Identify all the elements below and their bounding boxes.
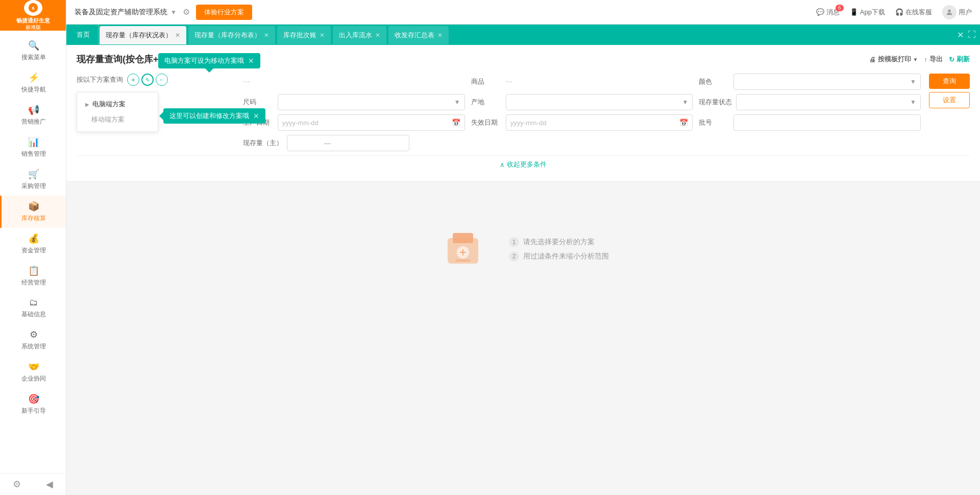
sidebar-item-marketing[interactable]: 📢 营销推广 (0, 99, 66, 131)
sidebar-item-operation[interactable]: 📋 经营管理 (0, 260, 66, 292)
sidebar-item-asset[interactable]: 💰 资金管理 (0, 228, 66, 260)
tab-close-1[interactable]: ✕ (264, 32, 269, 39)
sidebar-item-base[interactable]: 🗂 基础信息 (0, 292, 66, 324)
stock-main-field-row: 现存量（主） — (243, 135, 409, 151)
trial-btn[interactable]: 体验行业方案 (196, 5, 252, 20)
sidebar-label-quick: 快捷导航 (21, 85, 46, 94)
mfg-date-calendar-icon: 📅 (452, 119, 460, 127)
collapse-sidebar-btn[interactable]: ◀ (46, 479, 53, 490)
edit-plan-btn[interactable]: ✎ (141, 74, 154, 86)
query-section: 现存量查询(按仓库+商品) 🖨 按模板打印 ▼ ↑ 导出 ↻ 刷新 (66, 45, 980, 182)
sidebar-item-sales[interactable]: 📊 销售管理 (0, 131, 66, 163)
mfg-date-field-row: 生产日期 yyyy-mm-dd 📅 (243, 114, 465, 131)
exp-date-label: 失效日期 (471, 118, 502, 127)
logo-icon: 6 (24, 0, 42, 16)
sidebar-nav: 🔍 搜索菜单 ⚡ 快捷导航 📢 营销推广 📊 销售管理 🛒 采购管理 📦 库存核… (0, 31, 66, 473)
origin-label: 产地 (471, 98, 502, 107)
page-content: 现存量查询(按仓库+商品) 🖨 按模板打印 ▼ ↑ 导出 ↻ 刷新 (66, 45, 980, 495)
message-badge: 6 (836, 5, 844, 11)
size-select[interactable]: ▼ (278, 94, 465, 110)
sidebar-label-system: 系统管理 (21, 342, 46, 351)
inventory-icon: 📦 (28, 201, 39, 212)
sidebar-logo: 6 畅捷通好生意 标准版 (0, 0, 66, 31)
online-service-btn[interactable]: 🎧 在线客服 (895, 8, 932, 17)
export-icon: ↑ (924, 56, 928, 63)
plan-label: 按以下方案查询 (77, 75, 123, 84)
system-icon: ⚙ (30, 329, 38, 340)
mfg-date-placeholder: yyyy-mm-dd (282, 119, 318, 127)
exp-date-input[interactable]: yyyy-mm-dd 📅 (506, 114, 693, 131)
size-label: 尺码 (243, 98, 274, 107)
refresh-btn[interactable]: ↻ 刷新 (949, 55, 970, 64)
base-icon: 🗂 (29, 297, 38, 308)
settings-bottom-btn[interactable]: ⚙ (13, 479, 21, 490)
exp-date-placeholder: yyyy-mm-dd (510, 119, 547, 127)
sidebar-item-enterprise[interactable]: 🤝 企业协同 (0, 356, 66, 388)
goods-label: 商品 (471, 77, 502, 86)
tab-close-4[interactable]: ✕ (437, 32, 443, 39)
stock-status-select-arrow: ▼ (910, 99, 916, 106)
tab-item-batch[interactable]: 库存批次账 ✕ (277, 26, 331, 44)
sidebar-label-marketing: 营销推广 (21, 117, 46, 126)
empty-step-1: 1 请先选择要分析的方案 (509, 237, 609, 247)
close-all-tabs-btn[interactable]: ✕ (957, 30, 964, 40)
setting-button[interactable]: 设置 (929, 92, 970, 108)
search-button[interactable]: 查询 (929, 74, 970, 89)
quick-icon: ⚡ (28, 72, 39, 83)
stock-status-select[interactable]: ▼ (736, 94, 921, 110)
user-profile-btn[interactable]: 用户 (942, 5, 972, 19)
edit-tooltip-close[interactable]: ✕ (253, 112, 259, 120)
plan-tree: ▶ 电脑端方案 移动端方案 (77, 92, 158, 132)
tab-close-0[interactable]: ✕ (175, 32, 180, 39)
plan-tree-desktop[interactable]: ▶ 电脑端方案 (77, 97, 158, 112)
stock-min-input[interactable] (291, 139, 322, 147)
plan-action-buttons: + ✎ ← (127, 74, 168, 86)
collapse-more-btn[interactable]: ∧ 收起更多条件 (77, 155, 970, 173)
tab-item-flow[interactable]: 出入库流水 ✕ (333, 26, 386, 44)
system-name: 装备及固定资产辅助管理系统 ▼ (75, 8, 177, 17)
exp-date-calendar-icon: 📅 (679, 119, 688, 127)
stock-range-input[interactable]: — (287, 135, 409, 151)
export-btn[interactable]: ↑ 导出 (924, 55, 943, 64)
tab-item-inventory-dist[interactable]: 现存量（库存分布表） ✕ (188, 26, 275, 44)
sidebar-item-inventory[interactable]: 📦 库存核算 (0, 196, 66, 228)
refresh-icon: ↻ (949, 56, 954, 63)
size-field-row: 尺码 ▼ (243, 94, 465, 110)
sidebar-label-asset: 资金管理 (21, 246, 46, 255)
print-arrow: ▼ (913, 57, 918, 62)
batch-input[interactable] (733, 114, 921, 131)
color-select[interactable]: ▼ (733, 74, 921, 90)
empty-steps: 1 请先选择要分析的方案 2 用过滤条件来缩小分析范围 (509, 237, 609, 262)
prev-plan-btn[interactable]: ← (156, 74, 168, 86)
color-label: 颜色 (699, 77, 729, 86)
maximize-btn[interactable]: ⛶ (968, 30, 976, 39)
print-btn[interactable]: 🖨 按模板打印 ▼ (869, 55, 918, 64)
sales-icon: 📊 (28, 136, 39, 148)
empty-illustration (437, 223, 488, 276)
plan-tooltip-close[interactable]: ✕ (248, 57, 254, 65)
tab-close-3[interactable]: ✕ (375, 32, 380, 39)
sidebar-item-system[interactable]: ⚙ 系统管理 (0, 324, 66, 356)
origin-select-arrow: ▼ (682, 99, 688, 106)
tab-item-inventory-status[interactable]: 现存量（库存状况表） ✕ (100, 26, 186, 44)
message-btn[interactable]: 💬 消息 6 (816, 8, 840, 17)
sidebar-item-guide[interactable]: 🎯 新手引导 (0, 388, 66, 420)
sidebar-item-search[interactable]: 🔍 搜索菜单 (0, 35, 66, 67)
sidebar-item-quick[interactable]: ⚡ 快捷导航 (0, 67, 66, 99)
origin-select[interactable]: ▼ (506, 94, 693, 110)
svg-text:6: 6 (32, 6, 34, 11)
sidebar-label-enterprise: 企业协同 (21, 374, 46, 383)
sidebar-item-purchase[interactable]: 🛒 采购管理 (0, 163, 66, 196)
app-download-btn[interactable]: 📱 App下载 (850, 8, 885, 17)
add-plan-btn[interactable]: + (127, 74, 139, 86)
settings-gear-btn[interactable]: ⚙ (183, 7, 190, 17)
tab-item-summary[interactable]: 收发存汇总表 ✕ (388, 26, 449, 44)
batch-label: 批号 (699, 118, 729, 127)
range-separator: — (324, 139, 331, 147)
origin-field-row: 产地 ▼ (471, 94, 693, 110)
mfg-date-input[interactable]: yyyy-mm-dd 📅 (278, 114, 465, 131)
tooltip-arrow (205, 68, 213, 73)
tab-close-2[interactable]: ✕ (320, 32, 325, 39)
plan-tree-mobile[interactable]: 移动端方案 (77, 112, 158, 127)
tab-home[interactable]: 首页 (68, 25, 99, 45)
